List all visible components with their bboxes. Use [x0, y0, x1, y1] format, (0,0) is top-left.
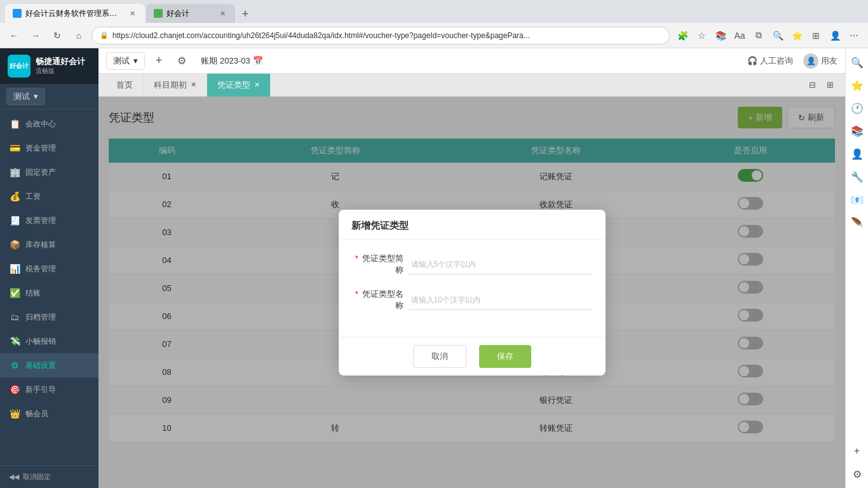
split-view[interactable]: ⧉	[750, 27, 768, 44]
right-add-button[interactable]: +	[848, 442, 866, 460]
user-avatar: 👤	[803, 53, 818, 69]
workspace-name-main: 测试	[113, 55, 130, 67]
short-name-label: * 凭证类型简称	[351, 253, 409, 276]
tab-close-2[interactable]: ✕	[217, 8, 227, 18]
modal-footer: 取消 保存	[339, 337, 606, 376]
funds-icon: 💳	[9, 142, 20, 154]
browser-chrome: 好会计云财务软件管理系统_会计 ✕ 好会计 ✕ + ← → ↻ ⌂ 🔒 http…	[0, 0, 868, 48]
name-input[interactable]	[409, 290, 593, 310]
sidebar-label-invoice: 发票管理	[25, 215, 56, 226]
headset-icon: 🎧	[747, 56, 757, 65]
salary-icon: 💰	[9, 191, 20, 202]
period-label: 账期	[201, 55, 217, 67]
home-button[interactable]: ⌂	[70, 27, 88, 44]
sidebar-item-funds[interactable]: 💳 资金管理	[0, 136, 98, 160]
user-button[interactable]: 👤 用友	[803, 53, 837, 69]
reload-button[interactable]: ↻	[48, 27, 66, 44]
sidebar-item-archive[interactable]: 🗂 归档管理	[0, 305, 98, 329]
right-extension-button[interactable]: 🔧	[848, 168, 866, 186]
brand-info: 畅捷通好会计 流畅版	[36, 57, 85, 76]
right-outlook-button[interactable]: 📧	[848, 191, 866, 208]
chevron-down-icon-main: ▾	[133, 56, 138, 65]
immersive-reader[interactable]: Aa	[731, 27, 749, 44]
sidebar-toggle[interactable]: ⊞	[807, 27, 825, 44]
workspace-selector-main[interactable]: 测试 ▾	[106, 52, 145, 70]
tab-expand-button[interactable]: ⊞	[822, 78, 837, 93]
cancel-button[interactable]: 取消	[413, 345, 466, 368]
favorites-button[interactable]: ☆	[693, 27, 710, 44]
sidebar-item-guide[interactable]: 🎯 新手引导	[0, 377, 98, 402]
tab-close-1[interactable]: ✕	[127, 8, 137, 18]
short-name-row: * 凭证类型简称	[351, 253, 593, 276]
sidebar-label-archive: 归档管理	[25, 312, 56, 323]
tab-voucher-type-label: 凭证类型	[217, 79, 250, 91]
sidebar-item-inventory[interactable]: 📦 库存核算	[0, 233, 98, 257]
lock-icon: 🔒	[100, 31, 109, 39]
right-profile-button[interactable]: 👤	[848, 145, 866, 163]
new-tab-button[interactable]: +	[236, 5, 254, 23]
tab-voucher-type[interactable]: 凭证类型 ✕	[207, 74, 271, 97]
back-button[interactable]: ←	[5, 27, 23, 44]
tab-voucher-type-close[interactable]: ✕	[254, 81, 260, 89]
sidebar-label-guide: 新手引导	[25, 384, 56, 395]
consult-button[interactable]: 🎧 人工咨询	[747, 55, 793, 67]
workspace-selector[interactable]: 测试 ▾	[6, 88, 45, 105]
content-area: 测试 ▾ + ⚙ 账期 2023-03 📅 🎧 人工咨询 👤 用友	[98, 48, 845, 488]
tab-minimize-button[interactable]: ⊟	[804, 78, 820, 93]
right-collections-button[interactable]: 📚	[848, 122, 866, 140]
app-top-nav: 测试 ▾	[0, 84, 98, 109]
browser-tab-1[interactable]: 好会计云财务软件管理系统_会计 ✕	[5, 4, 145, 23]
consult-label: 人工咨询	[760, 55, 793, 67]
tab-home-label: 首页	[116, 79, 133, 91]
workspace-settings-button[interactable]: ⚙	[173, 52, 191, 70]
sidebar-item-tax[interactable]: 📊 税务管理	[0, 257, 98, 281]
sidebar-item-salary[interactable]: 💰 工资	[0, 184, 98, 208]
name-row: * 凭证类型名称	[351, 288, 593, 311]
browser-tab-2[interactable]: 好会计 ✕	[146, 4, 235, 23]
tab-subjects[interactable]: 科目期初 ✕	[144, 74, 207, 97]
tab-home[interactable]: 首页	[106, 74, 144, 97]
right-history-button[interactable]: 🕐	[848, 99, 866, 117]
sidebar-item-assets[interactable]: 🏢 固定资产	[0, 160, 98, 184]
extensions-button[interactable]: 🧩	[674, 27, 691, 44]
top-nav: 测试 ▾ + ⚙ 账期 2023-03 📅 🎧 人工咨询 👤 用友	[98, 48, 845, 74]
sidebar-item-settle[interactable]: ✅ 结账	[0, 281, 98, 305]
right-feishu-button[interactable]: 🪶	[848, 214, 866, 231]
right-panel: 🔍 ⭐ 🕐 📚 👤 🔧 📧 🪶 + ⚙	[845, 48, 868, 488]
address-input[interactable]: 🔒 https://cloud2.chanjet.com/accounting/…	[92, 27, 670, 44]
sidebar-cancel-pin[interactable]: ◀◀ 取消固定	[0, 465, 98, 488]
modal-header: 新增凭证类型	[339, 210, 606, 240]
collections-button[interactable]: 📚	[712, 27, 729, 44]
sidebar-menu: 📋 会政中心 💳 资金管理 🏢 固定资产 💰 工资 🧾 发票管理 📦 库	[0, 109, 98, 465]
right-search-button[interactable]: 🔍	[848, 53, 866, 71]
assets-icon: 🏢	[9, 166, 20, 178]
browser-actions: 🧩 ☆ 📚 Aa ⧉ 🔍 ⭐ ⊞ 👤 ⋯	[674, 27, 863, 44]
right-star-button[interactable]: ⭐	[848, 76, 866, 94]
sidebar-item-settings[interactable]: ⚙ 基础设置	[0, 353, 98, 377]
right-settings-button[interactable]: ⚙	[848, 465, 866, 483]
tab-subjects-close[interactable]: ✕	[191, 81, 196, 89]
tax-icon: 📊	[9, 263, 20, 274]
user-profile[interactable]: 👤	[826, 27, 844, 44]
add-workspace-button[interactable]: +	[150, 52, 168, 70]
brand-name: 畅捷通好会计	[36, 57, 85, 67]
sidebar-label-funds: 资金管理	[25, 143, 56, 154]
invoice-icon: 🧾	[9, 215, 20, 226]
address-bar: ← → ↻ ⌂ 🔒 https://cloud2.chanjet.com/acc…	[0, 23, 868, 48]
favorites-bar[interactable]: ⭐	[788, 27, 806, 44]
settings-icon: ⚙	[9, 360, 20, 371]
sidebar-item-invoice[interactable]: 🧾 发票管理	[0, 208, 98, 233]
sidebar-label-dashboard: 会政中心	[25, 119, 56, 130]
sidebar-label-settings: 基础设置	[25, 360, 56, 371]
forward-button[interactable]: →	[27, 27, 44, 44]
sidebar-item-expense[interactable]: 💸 小畅报销	[0, 329, 98, 353]
more-menu[interactable]: ⋯	[845, 27, 863, 44]
sidebar-item-member[interactable]: 👑 畅会员	[0, 402, 98, 426]
modal-body: * 凭证类型简称 * 凭证类型名称	[339, 240, 606, 337]
period-info: 账期 2023-03 📅	[201, 55, 263, 67]
short-name-input[interactable]	[409, 254, 593, 274]
sidebar-item-dashboard[interactable]: 📋 会政中心	[0, 112, 98, 136]
zoom-button[interactable]: 🔍	[769, 27, 787, 44]
save-button[interactable]: 保存	[479, 345, 531, 368]
sidebar-label-salary: 工资	[25, 191, 41, 202]
